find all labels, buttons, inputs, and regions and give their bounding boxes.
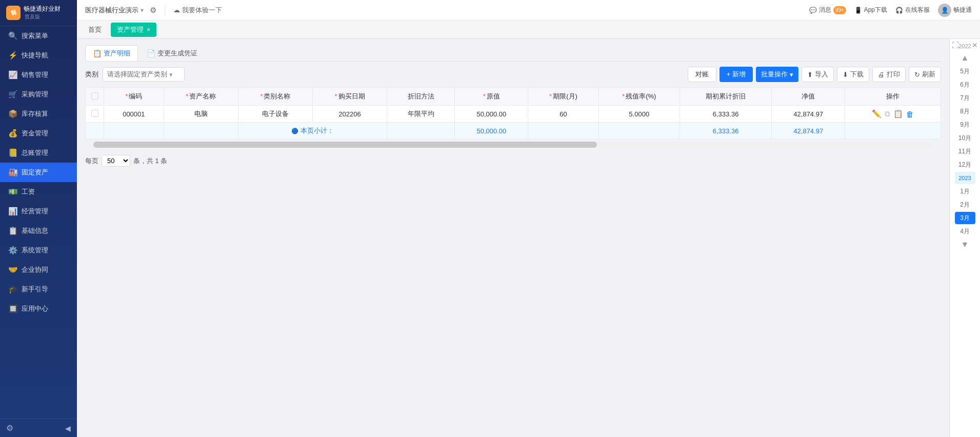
download-icon: ⬇ [843, 71, 848, 78]
page-size-select[interactable]: 50 100 200 [102, 155, 130, 167]
tab-change-voucher[interactable]: 📄 变更生成凭证 [139, 45, 205, 61]
timeline-month-3[interactable]: 3月 [955, 212, 975, 224]
timeline-month-6[interactable]: 6月 [955, 78, 975, 91]
sidebar-item-purchase[interactable]: 🛒 采购管理 [0, 85, 77, 104]
sidebar-item-label: 快捷导航 [22, 51, 48, 60]
delete-icon[interactable]: 🗑 [906, 110, 914, 118]
cell-net-value: 42,874.97 [772, 106, 845, 123]
try-experience[interactable]: ☁ 我要体验一下 [173, 6, 222, 15]
sidebar-item-system[interactable]: ⚙️ 系统管理 [0, 241, 77, 260]
timeline-month-1[interactable]: 1月 [955, 185, 975, 197]
sidebar-item-search[interactable]: 🔍 搜索菜单 [0, 26, 77, 46]
ledger-icon: 📒 [8, 148, 17, 157]
subtotal-original-value: 50,000.00 [455, 123, 528, 140]
duplicate-icon[interactable]: 📋 [893, 109, 903, 118]
sidebar-item-sales[interactable]: 📈 销售管理 [0, 65, 77, 85]
app-edition: 普及版 [25, 13, 61, 21]
th-period: *期限(月) [528, 88, 598, 106]
sidebar-item-label: 经营管理 [22, 207, 48, 216]
th-category: *类别名称 [238, 88, 312, 106]
refresh-btn[interactable]: ↻ 刷新 [909, 67, 941, 82]
print-btn[interactable]: 🖨 打印 [872, 67, 906, 82]
timeline-month-2[interactable]: 2月 [955, 198, 975, 211]
edit-icon[interactable]: ✏️ [872, 109, 882, 118]
headset-icon: 🎧 [895, 7, 903, 14]
cell-period: 60 [528, 106, 598, 123]
horizontal-scrollbar[interactable] [93, 142, 933, 148]
timeline-expand-icon[interactable]: ⛶ [952, 41, 959, 49]
company-arrow-icon: ▾ [141, 7, 144, 14]
tab-home[interactable]: 首页 [81, 23, 109, 37]
row-checkbox[interactable] [91, 110, 98, 117]
sidebar-item-guide[interactable]: 🎓 新手引导 [0, 280, 77, 299]
timeline-close-icon[interactable]: ✕ [972, 41, 978, 49]
category-filter[interactable]: 请选择固定资产类别 ▾ [103, 67, 185, 82]
timeline-month-7[interactable]: 7月 [955, 92, 975, 104]
toolbar-right: 对账 + 新增 批量操作 ▾ ⬆ 导入 ⬇ 下载 [688, 67, 941, 82]
sidebar-item-cooperation[interactable]: 🤝 企业协同 [0, 260, 77, 280]
sidebar-item-label: 固定资产 [22, 168, 48, 177]
timeline-month-9[interactable]: 9月 [955, 118, 975, 131]
timeline-month-5[interactable]: 5月 [955, 65, 975, 77]
refresh-icon: ↻ [914, 71, 920, 78]
download-btn[interactable]: ⬇ 下载 [837, 67, 869, 82]
sidebar-item-operations[interactable]: 📊 经营管理 [0, 202, 77, 221]
th-initial-depreciation: 期初累计折旧 [679, 88, 771, 106]
app-download-btn[interactable]: 📱 App下载 [854, 6, 887, 14]
timeline-month-10[interactable]: 10月 [955, 132, 975, 144]
sidebar-item-inventory[interactable]: 📦 库存核算 [0, 104, 77, 124]
subtotal-initial-depreciation: 6,333.36 [679, 123, 771, 140]
try-label: 我要体验一下 [182, 6, 222, 15]
row-checkbox-cell [86, 106, 104, 123]
subtotal-icon: 🔵 [291, 128, 298, 134]
sidebar-item-quick-nav[interactable]: ⚡ 快捷导航 [0, 46, 77, 65]
import-btn[interactable]: ⬆ 导入 [802, 67, 834, 82]
th-purchase-date: *购买日期 [312, 88, 387, 106]
subtotal-empty-period [528, 123, 598, 140]
company-name: 医疗器械行业演示 [85, 6, 138, 15]
sidebar-item-payroll[interactable]: 💵 工资 [0, 182, 77, 202]
tab-close-icon[interactable]: × [147, 23, 150, 37]
sidebar-item-label: 系统管理 [22, 246, 48, 255]
copy-icon[interactable]: ⧉ [885, 109, 890, 118]
cell-initial-depreciation: 6,333.36 [679, 106, 771, 123]
account-btn[interactable]: 对账 [688, 67, 716, 82]
payroll-icon: 💵 [8, 187, 17, 196]
cell-code: 000001 [104, 106, 164, 123]
action-icons: ✏️ ⧉ 📋 🗑 [850, 109, 935, 118]
purchase-icon: 🛒 [8, 90, 17, 99]
quick-nav-icon: ⚡ [8, 51, 17, 60]
user-area[interactable]: 👤 畅捷通 [938, 4, 972, 17]
timeline-down-icon[interactable]: ▼ [961, 240, 969, 249]
settings-gear-icon[interactable]: ⚙ [150, 6, 156, 15]
sidebar-item-fixed-assets[interactable]: 🏭 固定资产 [0, 163, 77, 182]
notifications-btn[interactable]: 💬 消息 99+ [809, 6, 846, 14]
batch-btn[interactable]: 批量操作 ▾ [756, 67, 798, 82]
timeline-month-12[interactable]: 12月 [955, 158, 975, 171]
timeline-month-11[interactable]: 11月 [955, 145, 975, 157]
sidebar-bottom: ⚙ ◀ [0, 419, 77, 437]
avatar: 👤 [938, 4, 951, 17]
system-icon: ⚙️ [8, 246, 17, 255]
timeline-up-icon[interactable]: ▲ [961, 53, 969, 63]
logo-icon: 畅 [6, 6, 21, 20]
sidebar-item-app-center[interactable]: 🔲 应用中心 [0, 299, 77, 319]
sidebar-item-basic-info[interactable]: 📋 基础信息 [0, 221, 77, 241]
collapse-arrow-icon[interactable]: ◀ [65, 424, 71, 432]
sidebar-item-ledger[interactable]: 📒 总账管理 [0, 143, 77, 163]
timeline-month-4[interactable]: 4月 [955, 225, 975, 237]
username: 畅捷通 [953, 6, 972, 14]
cooperation-icon: 🤝 [8, 265, 17, 274]
subtotal-empty-actions [845, 123, 941, 140]
online-service-btn[interactable]: 🎧 在线客服 [895, 6, 930, 14]
select-all-checkbox[interactable] [91, 92, 98, 100]
company-selector[interactable]: 医疗器械行业演示 ▾ [85, 6, 144, 15]
subtotal-row: 🔵 本页小计： 50,000.00 6,333.36 42,874.97 [86, 123, 941, 140]
timeline-month-8[interactable]: 8月 [955, 105, 975, 117]
new-btn[interactable]: + 新增 [719, 67, 753, 82]
tab-asset-management[interactable]: 资产管理 × [111, 23, 156, 37]
tab-asset-detail[interactable]: 📋 资产明细 [85, 45, 138, 61]
sidebar-item-finance[interactable]: 💰 资金管理 [0, 124, 77, 143]
scrollbar-thumb[interactable] [93, 142, 597, 148]
settings-icon[interactable]: ⚙ [6, 423, 13, 433]
